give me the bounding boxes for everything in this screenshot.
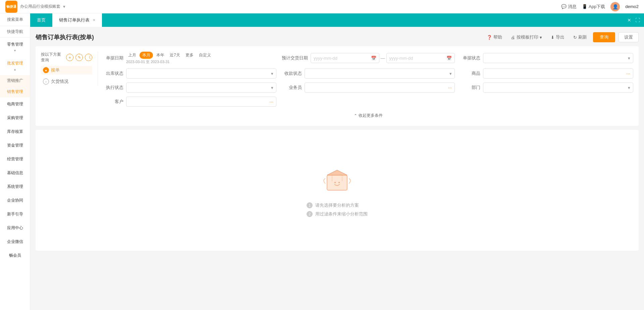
sidebar: 搜索菜单 快捷导航 零售管理 ▾ 批发管理 ▴ 营销推广 销售管理 电商管理 采… bbox=[0, 13, 30, 310]
collapse-icon: ⌃ bbox=[354, 113, 357, 118]
sidebar-item-label: 畅会员 bbox=[9, 253, 21, 258]
query-button[interactable]: 查询 bbox=[593, 32, 615, 42]
filter-scheme: 按以下方案查询 + ✎ 《 ● 按单 ○ bbox=[41, 52, 98, 86]
filter-expected-date-field: 预计交货日期 yyyy-mm-dd 📅 — yyyy-mm-dd bbox=[282, 53, 455, 63]
settings-button[interactable]: 设置 bbox=[619, 32, 639, 42]
sidebar-item-newuser[interactable]: 新手引导 bbox=[0, 207, 30, 221]
tab-sales-order[interactable]: 销售订单执行表 × bbox=[52, 13, 102, 27]
refresh-button[interactable]: ↻ 刷新 bbox=[571, 33, 590, 42]
date-this-month[interactable]: 本月 bbox=[140, 52, 153, 59]
dept-select[interactable]: ▾ bbox=[483, 83, 633, 93]
window-close-icon[interactable]: ✕ bbox=[627, 17, 631, 23]
date-separator: — bbox=[381, 56, 385, 61]
page-header: 销售订单执行表(按单) ❓ 帮助 🖨 按模板打印 ▾ ⬇ 导出 bbox=[36, 32, 639, 42]
sidebar-item-wholesale[interactable]: 批发管理 ▴ bbox=[0, 56, 30, 75]
sidebar-item-label: 应用中心 bbox=[7, 225, 23, 231]
help-button[interactable]: ❓ 帮助 bbox=[484, 33, 505, 42]
sidebar-item-label: 经营管理 bbox=[7, 156, 23, 162]
empty-state-panel: 1 请先选择要分析的方案 2 用过滤条件来缩小分析范围 bbox=[36, 130, 639, 251]
status-select[interactable]: ▾ bbox=[483, 53, 633, 63]
sidebar-shortcut[interactable]: 快捷导航 bbox=[0, 26, 30, 38]
sidebar-item-system[interactable]: 系统管理 bbox=[0, 180, 30, 194]
tab-close-button[interactable]: × bbox=[93, 18, 95, 22]
app-title-dropdown[interactable]: ▾ bbox=[63, 4, 65, 9]
sidebar-item-label: 库存核算 bbox=[7, 129, 23, 135]
sidebar-item-label: 零售管理 bbox=[7, 42, 23, 47]
message-icon: 💬 bbox=[561, 4, 567, 9]
date-quick-buttons: 上月 本月 本年 近7天 更多 自定义 bbox=[126, 52, 213, 59]
filter-dept-field: 部门 ▾ bbox=[460, 83, 633, 93]
sidebar-item-member[interactable]: 畅会员 bbox=[0, 249, 30, 262]
sidebar-search[interactable]: 搜索菜单 bbox=[0, 13, 30, 26]
refresh-icon: ↻ bbox=[573, 35, 577, 40]
dept-label: 部门 bbox=[460, 85, 480, 91]
sidebar-item-retail[interactable]: 零售管理 ▾ bbox=[0, 38, 30, 56]
filter-fields: 单据日期 上月 本月 本年 近7天 更多 bbox=[103, 52, 633, 120]
collapse-button[interactable]: ⌃ 收起更多条件 bbox=[352, 111, 385, 120]
tab-window-controls: ✕ ⛶ bbox=[627, 17, 644, 23]
tab-sales-order-label: 销售订单执行表 bbox=[59, 17, 90, 23]
print-button[interactable]: 🖨 按模板打印 ▾ bbox=[508, 33, 545, 42]
filter-product-field: 商品 ··· bbox=[460, 68, 633, 79]
scheme-edit-icon[interactable]: ✎ bbox=[75, 54, 83, 61]
shipping-label: 出库状态 bbox=[103, 70, 123, 76]
scheme-item2-dot: ○ bbox=[43, 79, 49, 85]
sidebar-item-label: 基础信息 bbox=[7, 170, 23, 176]
main-layout: 搜索菜单 快捷导航 零售管理 ▾ 批发管理 ▴ 营销推广 销售管理 电商管理 采… bbox=[0, 13, 644, 310]
svg-point-5 bbox=[338, 182, 340, 183]
page-title: 销售订单执行表(按单) bbox=[36, 33, 94, 41]
product-label: 商品 bbox=[460, 70, 480, 76]
exec-select[interactable]: ▾ bbox=[126, 83, 276, 93]
payment-select[interactable]: ▾ bbox=[305, 68, 455, 79]
scheme-item-order[interactable]: ● 按单 bbox=[41, 66, 92, 74]
scheme-item-shortage[interactable]: ○ 欠货情况 bbox=[41, 77, 92, 86]
message-button[interactable]: 💬 消息 bbox=[561, 4, 577, 10]
content-area: 首页 销售订单执行表 × ✕ ⛶ 销售订单执行表(按单) ❓ 帮助 bbox=[30, 13, 644, 310]
product-select[interactable]: ··· bbox=[483, 68, 633, 79]
avatar: 👤 bbox=[610, 2, 620, 11]
sidebar-item-marketing[interactable]: 营销推广 bbox=[0, 75, 30, 86]
top-bar-right: 💬 消息 📱 App下载 👤 demo2 bbox=[561, 2, 639, 11]
filter-row-1: 单据日期 上月 本月 本年 近7天 更多 bbox=[103, 52, 633, 64]
shipping-select[interactable]: ▾ bbox=[126, 68, 276, 79]
salesperson-label: 业务员 bbox=[282, 85, 302, 91]
sidebar-item-purchase[interactable]: 采购管理 bbox=[0, 111, 30, 125]
sidebar-item-ecommerce[interactable]: 电商管理 bbox=[0, 97, 30, 111]
sidebar-item-label: 新手引导 bbox=[7, 211, 23, 217]
customer-select[interactable]: ··· bbox=[126, 97, 276, 107]
date-custom[interactable]: 自定义 bbox=[197, 52, 213, 59]
date-prev-month[interactable]: 上月 bbox=[126, 52, 138, 59]
user-name[interactable]: demo2 bbox=[625, 4, 639, 9]
date-more[interactable]: 更多 bbox=[183, 52, 196, 59]
top-bar: 畅捷通 办公用品行业模拟账套 ▾ 💬 消息 📱 App下载 👤 demo2 bbox=[0, 0, 644, 13]
sidebar-item-enterprise[interactable]: 企业协同 bbox=[0, 194, 30, 207]
filter-scheme-actions: + ✎ 《 bbox=[66, 54, 92, 61]
sidebar-item-basic-info[interactable]: 基础信息 bbox=[0, 166, 30, 180]
expected-date-end[interactable]: yyyy-mm-dd 📅 bbox=[386, 53, 455, 63]
expected-date-start[interactable]: yyyy-mm-dd 📅 bbox=[311, 53, 379, 63]
empty-hints: 1 请先选择要分析的方案 2 用过滤条件来缩小分析范围 bbox=[307, 202, 368, 217]
status-select-arrow: ▾ bbox=[628, 56, 630, 61]
tab-home[interactable]: 首页 bbox=[30, 13, 52, 27]
sidebar-item-inventory[interactable]: 库存核算 bbox=[0, 125, 30, 139]
sidebar-item-finance[interactable]: 资金管理 bbox=[0, 139, 30, 152]
filter-exec-field: 执行状态 ▾ bbox=[103, 83, 276, 93]
window-expand-icon[interactable]: ⛶ bbox=[635, 17, 640, 23]
sidebar-item-weixin[interactable]: 企业微信 bbox=[0, 235, 30, 249]
sidebar-item-sales[interactable]: 销售管理 bbox=[0, 86, 30, 97]
app-download-button[interactable]: 📱 App下载 bbox=[582, 4, 605, 10]
scheme-collapse-icon[interactable]: 《 bbox=[85, 54, 92, 61]
date-container: 上月 本月 本年 近7天 更多 自定义 2023-03-01 至 bbox=[126, 52, 276, 64]
export-button[interactable]: ⬇ 导出 bbox=[548, 33, 567, 42]
page-content: 销售订单执行表(按单) ❓ 帮助 🖨 按模板打印 ▾ ⬇ 导出 bbox=[30, 27, 644, 310]
payment-label: 收款状态 bbox=[282, 70, 302, 76]
sidebar-item-appcenter[interactable]: 应用中心 bbox=[0, 221, 30, 235]
date-last7[interactable]: 近7天 bbox=[168, 52, 182, 59]
brand-logo: 畅捷通 bbox=[5, 1, 17, 13]
date-this-year[interactable]: 本年 bbox=[154, 52, 166, 59]
scheme-add-icon[interactable]: + bbox=[66, 54, 73, 61]
status-label: 单据状态 bbox=[460, 55, 480, 61]
sidebar-item-operations[interactable]: 经营管理 bbox=[0, 152, 30, 166]
salesperson-select[interactable]: ··· bbox=[305, 83, 455, 93]
filter-panel: 按以下方案查询 + ✎ 《 ● 按单 ○ bbox=[36, 46, 639, 126]
